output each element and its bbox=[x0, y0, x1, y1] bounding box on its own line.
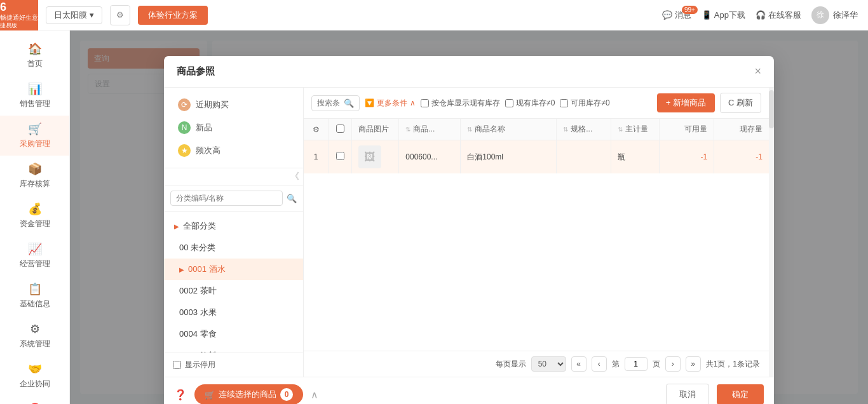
col-header-unit: ⇅ 主计量 bbox=[611, 119, 659, 140]
col-header-code: ⇅ 商品... bbox=[399, 119, 461, 140]
help-icon[interactable]: ❓ bbox=[174, 389, 187, 401]
headset-icon: 🎧 bbox=[756, 10, 766, 20]
warehouse-stock-checkbox[interactable] bbox=[421, 99, 429, 107]
settings-icon[interactable]: ⚙ bbox=[110, 5, 130, 25]
app-download-nav[interactable]: 📱 App下载 bbox=[702, 10, 745, 21]
quick-item-frequent[interactable]: ★ 频次高 bbox=[170, 140, 297, 161]
select-all-checkbox[interactable] bbox=[336, 125, 344, 133]
product-table-wrap: ⚙ 商品图片 bbox=[304, 119, 769, 351]
modal-close-button[interactable]: × bbox=[754, 65, 761, 78]
table-row[interactable]: 1 🖼 000600... 白酒100ml bbox=[304, 140, 769, 174]
page-size-select[interactable]: 50 100 bbox=[531, 356, 566, 372]
cat-item-0002[interactable]: 0002 茶叶 bbox=[164, 280, 303, 302]
sales-icon: 📊 bbox=[28, 82, 42, 96]
confirm-button[interactable]: 确定 bbox=[717, 384, 764, 404]
table-toolbar: 🔍 🔽 更多条件 ∧ 按仓库显示现有库存 bbox=[304, 88, 769, 119]
cat-item-0003[interactable]: 0003 水果 bbox=[164, 302, 303, 323]
modal-scrollbar[interactable] bbox=[769, 88, 774, 377]
sidebar-item-inventory[interactable]: 📦 库存核算 bbox=[0, 156, 69, 196]
page-number-input[interactable] bbox=[625, 357, 648, 371]
sidebar-item-enterprise[interactable]: 🤝 企业协同 bbox=[0, 356, 69, 396]
service-label: 在线客服 bbox=[768, 10, 801, 21]
sidebar-item-finance[interactable]: 💰 资金管理 bbox=[0, 196, 69, 236]
cat-item-all[interactable]: ▶ 全部分类 bbox=[164, 215, 303, 237]
row-img: 🖼 bbox=[351, 140, 398, 174]
refresh-button[interactable]: C 刷新 bbox=[720, 93, 761, 113]
category-list: ▶ 全部分类 00 未分类 ▶ 0001 酒水 0002 茶 bbox=[164, 212, 303, 353]
sidebar-item-basics[interactable]: 📋 基础信息 bbox=[0, 276, 69, 316]
right-panel: 🔍 🔽 更多条件 ∧ 按仓库显示现有库存 bbox=[304, 88, 769, 377]
next-page-button[interactable]: › bbox=[665, 356, 681, 372]
row-avail: -1 bbox=[659, 140, 714, 174]
sidebar-item-operation[interactable]: 📈 经营管理 bbox=[0, 236, 69, 276]
phone-icon: 📱 bbox=[702, 10, 712, 20]
cat-item-0001[interactable]: ▶ 0001 酒水 bbox=[164, 259, 303, 280]
modal-overlay: 商品参照 × ⟳ 近期购买 bbox=[70, 30, 868, 404]
filter-icon: 🔽 bbox=[365, 98, 374, 107]
sort-name-icon[interactable]: ⇅ bbox=[467, 126, 472, 133]
product-search-wrap: 🔍 bbox=[311, 95, 360, 111]
message-nav[interactable]: 💬 消息 99+ bbox=[662, 10, 691, 21]
product-search-icon[interactable]: 🔍 bbox=[344, 98, 354, 108]
main-content: 查询 设置 商品参照 × bbox=[70, 30, 868, 404]
home-icon: 🏠 bbox=[28, 42, 42, 56]
col-header-spec: ⇅ 规格... bbox=[557, 119, 611, 140]
quick-item-recent[interactable]: ⟳ 近期购买 bbox=[170, 94, 297, 116]
service-nav[interactable]: 🎧 在线客服 bbox=[756, 10, 801, 21]
category-search-input[interactable] bbox=[170, 191, 283, 206]
avatar: 徐 bbox=[811, 6, 829, 24]
current-stock-checkbox[interactable] bbox=[505, 99, 513, 107]
clock-icon: ⟳ bbox=[178, 98, 191, 111]
row-unit: 瓶 bbox=[611, 140, 659, 174]
warehouse-stock-filter[interactable]: 按仓库显示现有库存 bbox=[421, 98, 500, 109]
user-nav[interactable]: 徐 徐泽华 bbox=[811, 6, 858, 24]
last-page-button[interactable]: » bbox=[686, 356, 701, 372]
sidebar-label-basics: 基础信息 bbox=[20, 299, 50, 309]
cat-item-0004[interactable]: 0004 零食 bbox=[164, 323, 303, 345]
product-search-input[interactable] bbox=[317, 98, 340, 107]
row-checkbox[interactable] bbox=[336, 152, 344, 160]
cat-label-00: 00 未分类 bbox=[179, 242, 215, 253]
avail-stock-label: 可用库存≠0 bbox=[571, 98, 609, 109]
sidebar-item-purchase[interactable]: 🛒 采购管理 bbox=[0, 116, 69, 156]
col-stock-label: 现存量 bbox=[740, 125, 763, 133]
avail-stock-checkbox[interactable] bbox=[560, 99, 568, 107]
panel-collapse-button[interactable]: 《 bbox=[290, 171, 299, 182]
sidebar-item-home[interactable]: 🏠 首页 bbox=[0, 36, 69, 76]
footer-collapse-icon[interactable]: ∧ bbox=[311, 389, 318, 401]
sort-spec-icon[interactable]: ⇅ bbox=[563, 126, 568, 133]
finance-icon: 💰 bbox=[28, 202, 42, 216]
sidebar-item-guide[interactable]: 🎯 新手引导 bbox=[0, 396, 69, 404]
col-header-img: 商品图片 bbox=[351, 119, 398, 140]
dropdown-arrow-icon: ▾ bbox=[90, 10, 94, 20]
cat-item-0005[interactable]: 0005 饮料 bbox=[164, 345, 303, 353]
settings-col-icon[interactable]: ⚙ bbox=[313, 125, 320, 134]
enterprise-icon: 🤝 bbox=[28, 362, 42, 376]
sidebar-label-enterprise: 企业协同 bbox=[20, 379, 50, 389]
trial-button[interactable]: 体验行业方案 bbox=[138, 6, 208, 25]
sidebar: 🏠 首页 📊 销售管理 🛒 采购管理 📦 库存核算 💰 资金管理 📈 经营管理 … bbox=[0, 30, 70, 404]
row-name: 白酒100ml bbox=[461, 140, 557, 174]
sidebar-label-operation: 经营管理 bbox=[20, 259, 50, 269]
more-filter-button[interactable]: 🔽 更多条件 ∧ bbox=[365, 98, 416, 109]
cancel-button[interactable]: 取消 bbox=[666, 384, 709, 404]
sidebar-item-sales[interactable]: 📊 销售管理 bbox=[0, 76, 69, 116]
current-stock-label: 现有库存≠0 bbox=[516, 98, 555, 109]
cart-select-button[interactable]: 🛒 连续选择的商品 0 bbox=[194, 384, 303, 404]
product-reference-modal: 商品参照 × ⟳ 近期购买 bbox=[164, 56, 774, 404]
category-search-icon[interactable]: 🔍 bbox=[287, 194, 297, 203]
add-product-button[interactable]: + 新增商品 bbox=[657, 93, 715, 112]
store-dropdown[interactable]: 日太阳膜 ▾ bbox=[46, 6, 102, 24]
col-name-label: 商品名称 bbox=[475, 124, 505, 135]
show-disabled-checkbox[interactable] bbox=[173, 361, 181, 369]
avail-stock-filter[interactable]: 可用库存≠0 bbox=[560, 98, 609, 109]
sort-code-icon[interactable]: ⇅ bbox=[405, 126, 410, 133]
sort-unit-icon[interactable]: ⇅ bbox=[618, 126, 623, 133]
cat-item-00[interactable]: 00 未分类 bbox=[164, 237, 303, 259]
first-page-button[interactable]: « bbox=[571, 356, 587, 372]
sidebar-label-system: 系统管理 bbox=[20, 339, 50, 349]
current-stock-filter[interactable]: 现有库存≠0 bbox=[505, 98, 555, 109]
prev-page-button[interactable]: ‹ bbox=[592, 356, 607, 372]
sidebar-item-system[interactable]: ⚙ 系统管理 bbox=[0, 316, 69, 356]
quick-item-new[interactable]: N 新品 bbox=[170, 117, 297, 138]
